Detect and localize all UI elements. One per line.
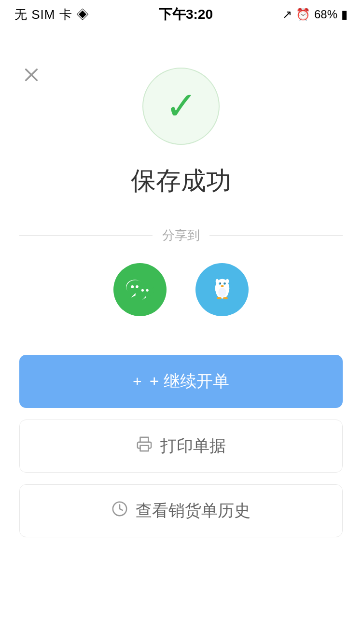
continue-button[interactable]: + + 继续开单 — [19, 355, 343, 408]
svg-point-23 — [215, 279, 219, 283]
close-icon — [23, 67, 40, 83]
checkmark-icon: ✓ — [165, 87, 197, 126]
svg-point-21 — [217, 297, 222, 299]
divider-left — [19, 235, 153, 236]
wechat-icon — [125, 274, 156, 306]
svg-point-8 — [137, 284, 153, 297]
svg-point-19 — [221, 285, 224, 286]
share-label: 分享到 — [153, 227, 209, 244]
battery-icon: ▮ — [341, 8, 348, 21]
svg-point-15 — [219, 282, 221, 285]
svg-point-20 — [218, 287, 226, 297]
print-icon — [136, 436, 153, 456]
svg-point-10 — [146, 289, 148, 291]
print-label: 打印单据 — [160, 435, 226, 457]
qq-icon — [207, 274, 238, 306]
wechat-share-button[interactable] — [113, 263, 167, 316]
status-left: 无 SIM 卡 ◈ — [14, 6, 89, 23]
location-icon: ↗ — [282, 8, 292, 21]
svg-point-22 — [223, 297, 228, 299]
success-circle: ✓ — [142, 68, 220, 145]
svg-rect-25 — [140, 446, 149, 451]
svg-point-9 — [141, 289, 143, 291]
status-bar: 无 SIM 卡 ◈ 下午3:20 ↗ ⏰ 68% ▮ — [0, 0, 362, 29]
share-divider: 分享到 — [0, 227, 362, 244]
status-time: 下午3:20 — [159, 5, 213, 24]
svg-point-6 — [131, 285, 134, 288]
divider-right — [209, 235, 343, 236]
history-icon — [111, 501, 128, 521]
main-content: ✓ 保存成功 分享到 — [0, 29, 362, 644]
alarm-icon: ⏰ — [296, 8, 310, 21]
svg-point-18 — [224, 282, 225, 283]
battery-level: 68% — [314, 8, 337, 21]
qq-share-button[interactable] — [195, 263, 249, 316]
svg-point-16 — [223, 282, 225, 285]
success-title: 保存成功 — [131, 164, 231, 198]
close-button[interactable] — [19, 63, 43, 87]
history-label: 查看销货单历史 — [136, 500, 251, 522]
status-right: ↗ ⏰ 68% ▮ — [282, 8, 348, 21]
svg-point-17 — [220, 282, 221, 283]
print-button[interactable]: 打印单据 — [19, 420, 343, 473]
history-button[interactable]: 查看销货单历史 — [19, 484, 343, 537]
svg-point-24 — [225, 279, 229, 283]
continue-label: + 继续开单 — [150, 370, 229, 392]
action-buttons: + + 继续开单 打印单据 查看销货单历史 — [0, 355, 362, 537]
plus-icon: + — [133, 373, 142, 391]
share-icons — [113, 263, 249, 316]
